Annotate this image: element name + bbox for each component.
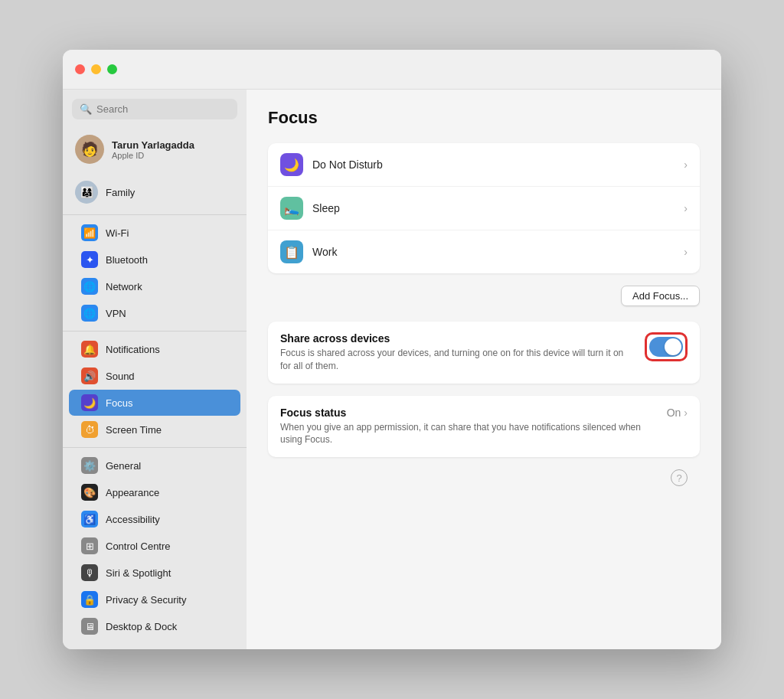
screentime-icon: ⏱ [81,421,98,438]
traffic-lights [75,64,117,74]
add-focus-row: Add Focus... [268,286,700,306]
focus-status-right: On › [667,407,688,419]
chevron-right-icon: › [684,407,688,419]
dnd-icon: 🌙 [280,153,303,176]
sidebar-item-label: Screen Time [106,424,162,436]
sidebar-item-label: General [106,460,141,472]
help-area: ? [268,469,700,495]
sidebar-item-label: Focus [106,397,132,409]
user-info: Tarun Yarlagadda Apple ID [112,139,194,160]
sidebar-item-label: Sound [106,371,135,382]
sidebar-item-label: Privacy & Security [106,594,186,606]
share-across-devices-desc: Focus is shared across your devices, and… [280,347,635,373]
general-icon: ⚙️ [81,457,98,474]
system-preferences-window: 🔍 🧑 Tarun Yarlagadda Apple ID 👨‍👩‍👧 Fami… [63,50,721,649]
family-label: Family [106,187,135,198]
share-across-devices-section: Share across devices Focus is shared acr… [268,322,700,384]
dnd-label: Do Not Disturb [312,158,684,171]
sleep-label: Sleep [312,202,684,214]
sidebar-item-network[interactable]: 🌐 Network [69,273,240,299]
focus-item-work[interactable]: 📋 Work › [268,230,700,273]
sidebar-item-general[interactable]: ⚙️ General [69,452,240,479]
avatar: 🧑 [75,135,104,164]
sidebar-item-notifications[interactable]: 🔔 Notifications [69,336,240,362]
share-across-devices-row: Share across devices Focus is shared acr… [268,322,700,384]
vpn-icon: 🌐 [81,305,98,322]
focus-status-row[interactable]: Focus status When you give an app permis… [268,396,700,458]
focus-status-title: Focus status [280,407,667,419]
sidebar-item-family[interactable]: 👨‍👩‍👧 Family [63,176,247,208]
sidebar-item-screentime[interactable]: ⏱ Screen Time [69,416,240,443]
sidebar-item-desktop[interactable]: 🖥 Desktop & Dock [69,613,240,639]
controlcentre-icon: ⊞ [81,537,98,554]
sidebar-item-vpn[interactable]: 🌐 VPN [69,300,240,326]
close-button[interactable] [75,64,85,74]
sidebar-item-controlcentre[interactable]: ⊞ Control Centre [69,533,240,559]
sidebar-divider-2 [63,331,247,332]
sidebar-item-bluetooth[interactable]: ✦ Bluetooth [69,247,240,273]
share-across-devices-info: Share across devices Focus is shared acr… [280,332,635,373]
focus-status-value: On [667,407,681,419]
sidebar-item-appearance[interactable]: 🎨 Appearance [69,479,240,505]
sidebar-item-wifi[interactable]: 📶 Wi-Fi [69,220,240,246]
chevron-right-icon: › [684,202,688,214]
sidebar-item-label: Notifications [106,344,160,355]
sleep-icon: 🛌 [280,197,303,220]
main-content: Focus 🌙 Do Not Disturb › 🛌 Sleep › 📋 Wor… [247,90,721,649]
accessibility-icon: ♿ [81,511,98,528]
add-focus-button[interactable]: Add Focus... [621,286,700,306]
sidebar: 🔍 🧑 Tarun Yarlagadda Apple ID 👨‍👩‍👧 Fami… [63,90,247,649]
network-icon: 🌐 [81,278,98,295]
sound-icon: 🔊 [81,367,98,384]
share-across-devices-toggle[interactable] [649,337,683,357]
work-label: Work [312,246,684,258]
wifi-icon: 📶 [81,224,98,241]
focus-status-info: Focus status When you give an app permis… [280,407,667,447]
sidebar-divider-1 [63,214,247,215]
work-icon: 📋 [280,240,303,263]
siri-icon: 🎙 [81,564,98,581]
search-bar[interactable]: 🔍 [72,99,237,119]
sidebar-divider-3 [63,447,247,448]
sidebar-item-label: Control Centre [106,541,171,552]
content-area: 🔍 🧑 Tarun Yarlagadda Apple ID 👨‍👩‍👧 Fami… [63,90,721,649]
sidebar-item-label: Desktop & Dock [106,621,177,632]
sidebar-item-label: Appearance [106,487,159,498]
sidebar-item-sound[interactable]: 🔊 Sound [69,363,240,389]
focus-status-desc: When you give an app permission, it can … [280,421,648,447]
privacy-icon: 🔒 [81,591,98,608]
focus-list: 🌙 Do Not Disturb › 🛌 Sleep › 📋 Work › [268,143,700,273]
share-across-devices-title: Share across devices [280,332,635,345]
sidebar-item-privacy[interactable]: 🔒 Privacy & Security [69,586,240,612]
sidebar-item-label: Accessibility [106,514,160,525]
share-across-devices-control [645,332,688,361]
chevron-right-icon: › [684,246,688,258]
sidebar-item-label: Network [106,281,142,292]
titlebar [63,50,721,90]
user-account-item[interactable]: 🧑 Tarun Yarlagadda Apple ID [63,129,247,170]
user-apple-id: Apple ID [112,151,194,160]
chevron-right-icon: › [684,158,688,171]
appearance-icon: 🎨 [81,484,98,501]
bluetooth-icon: ✦ [81,251,98,268]
desktop-icon: 🖥 [81,618,98,635]
minimize-button[interactable] [91,64,101,74]
sidebar-item-label: Siri & Spotlight [106,567,171,579]
maximize-button[interactable] [107,64,117,74]
search-input[interactable] [96,103,230,115]
toggle-knob [665,338,681,355]
search-icon: 🔍 [80,103,92,115]
focus-icon: 🌙 [81,394,98,411]
user-name: Tarun Yarlagadda [112,139,194,151]
focus-item-dnd[interactable]: 🌙 Do Not Disturb › [268,143,700,187]
family-avatar: 👨‍👩‍👧 [75,181,98,204]
sidebar-item-focus[interactable]: 🌙 Focus [69,390,240,416]
focus-item-sleep[interactable]: 🛌 Sleep › [268,187,700,230]
sidebar-item-accessibility[interactable]: ♿ Accessibility [69,506,240,532]
sidebar-item-label: Bluetooth [106,254,148,266]
focus-status-section: Focus status When you give an app permis… [268,396,700,458]
page-title: Focus [268,108,700,128]
help-button[interactable]: ? [671,469,688,486]
sidebar-item-siri[interactable]: 🎙 Siri & Spotlight [69,560,240,586]
toggle-highlight-border [645,332,688,361]
